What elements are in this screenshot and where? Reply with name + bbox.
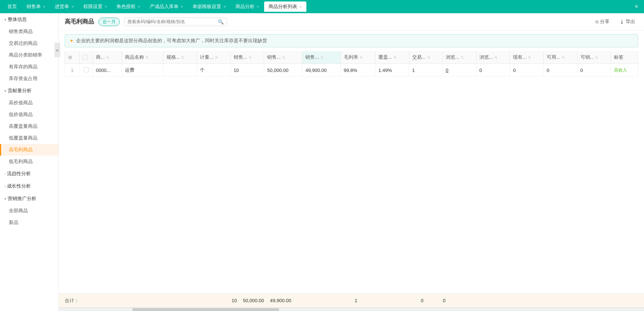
th-unit[interactable]: 计量... ⇅ xyxy=(197,51,231,64)
footer-sales-cost: 49,900.00 xyxy=(267,298,294,303)
nav-tab-permission-label: 权限设置 xyxy=(83,3,102,10)
nav-close-all-button[interactable]: × xyxy=(632,2,641,11)
info-icon: ✦ xyxy=(69,38,74,44)
table-container: ⚙ 商... ⇅ 商品名称 xyxy=(59,51,644,293)
nav-tab-role-label: 角色授权 xyxy=(116,3,136,10)
nav-tab-analysis[interactable]: 商品分析 × xyxy=(231,1,263,12)
nav-tab-permission[interactable]: 权限设置 × xyxy=(79,1,111,12)
nav-tab-template-close[interactable]: × xyxy=(223,4,226,9)
cell-index: 1 xyxy=(65,64,80,77)
cell-current-stock: 0 xyxy=(510,64,544,77)
th-coverage[interactable]: 覆盖... ⇅ xyxy=(375,51,409,64)
th-transactions[interactable]: 交易... ⇅ xyxy=(409,51,443,64)
nav-tab-permission-close[interactable]: × xyxy=(105,4,107,9)
sidebar-group-contribution-label: 贡献量分析 xyxy=(8,87,32,94)
sidebar-item-low-value[interactable]: 低价值商品 xyxy=(0,109,58,120)
sidebar-item-category-rate[interactable]: 商品分类助销率 xyxy=(0,49,58,61)
sidebar-group-marketing[interactable]: ▾ 营销推广分析 xyxy=(0,192,58,205)
footer-transactions: 1 xyxy=(338,298,360,303)
footer-label: 合计： xyxy=(65,297,83,304)
cell-gross-margin: 99.8% xyxy=(341,64,375,77)
row-checkbox[interactable] xyxy=(84,67,89,72)
settings-icon[interactable]: ⚙ xyxy=(68,55,72,60)
sidebar-item-low-margin[interactable]: 低毛利商品 xyxy=(0,156,58,167)
share-button[interactable]: ⎋ 分享 xyxy=(593,17,612,26)
th-sales-cost[interactable]: 销售... ⇅ xyxy=(302,51,341,64)
sidebar-item-sales-goods[interactable]: 销售类商品 xyxy=(0,26,58,37)
th-views1[interactable]: 浏览... ⇅ xyxy=(443,51,476,64)
th-settings[interactable]: ⚙ xyxy=(65,51,80,64)
search-input[interactable] xyxy=(127,19,216,24)
nav-tab-sales-label: 销售单 xyxy=(26,3,41,10)
sidebar-group-trend[interactable]: › 流趋性分析 xyxy=(0,167,58,180)
cell-sales-qty: 10 xyxy=(230,64,264,77)
nav-tab-home-label: 首页 xyxy=(7,3,17,10)
sidebar-group-overall[interactable]: ▾ 整体信息 xyxy=(0,13,58,26)
content-header: 高毛利商品 近一月 🔍 ⎋ 分享 ⤓ 导出 xyxy=(59,13,644,30)
nav-tab-role-close[interactable]: × xyxy=(138,4,140,9)
scroll-thumb[interactable] xyxy=(132,308,279,311)
th-sku[interactable]: 商... ⇅ xyxy=(93,51,122,64)
cell-available: 0 xyxy=(544,64,578,77)
sidebar-item-high-value[interactable]: 高价值商品 xyxy=(0,97,58,109)
th-sales-amount[interactable]: 销售... ⇅ xyxy=(264,51,302,64)
th-gross-margin[interactable]: 毛利率 ⇅ xyxy=(341,51,375,64)
th-sales-qty[interactable]: 销售... ⇅ xyxy=(230,51,264,64)
page-title: 高毛利商品 xyxy=(65,18,94,26)
th-current-stock[interactable]: 现有... ⇅ xyxy=(510,51,544,64)
th-available[interactable]: 可用... ⇅ xyxy=(544,51,578,64)
sidebar-item-in-stock[interactable]: 有库存的商品 xyxy=(0,61,58,73)
th-tag[interactable]: 标签 xyxy=(611,51,638,64)
sidebar-item-new-goods[interactable]: 新品 xyxy=(0,217,58,228)
sort-views2-icon: ⇅ xyxy=(494,55,497,59)
th-sellable[interactable]: 可销... ⇅ xyxy=(577,51,611,64)
cell-tag: 高收入 xyxy=(611,64,638,77)
sidebar-collapse-button[interactable]: « xyxy=(54,43,60,57)
sidebar-item-high-coverage[interactable]: 高覆盖量商品 xyxy=(0,120,58,132)
nav-tab-stock-in-close[interactable]: × xyxy=(181,4,183,9)
sort-sales-cost-icon: ⇅ xyxy=(320,55,323,59)
nav-tab-analysis-list-close[interactable]: × xyxy=(299,4,302,9)
table-header-row: ⚙ 商... ⇅ 商品名称 xyxy=(65,51,638,64)
time-filter-button[interactable]: 近一月 xyxy=(98,18,120,26)
search-box[interactable]: 🔍 xyxy=(124,18,227,26)
views1-link[interactable]: 0 xyxy=(446,68,448,73)
sidebar-item-all-goods[interactable]: 全部商品 xyxy=(0,205,58,217)
horizontal-scrollbar[interactable] xyxy=(59,307,644,311)
sort-sales-qty-icon: ⇅ xyxy=(249,55,252,59)
th-name[interactable]: 商品名称 ⇅ xyxy=(122,51,163,64)
export-button[interactable]: ⤓ 导出 xyxy=(617,17,638,26)
share-icon: ⎋ xyxy=(596,19,598,25)
sidebar-item-stock-capital[interactable]: 库存资金占用 xyxy=(0,73,58,84)
sidebar-item-low-coverage[interactable]: 低覆盖量商品 xyxy=(0,132,58,144)
cell-checkbox[interactable] xyxy=(80,64,93,77)
sidebar-group-growth[interactable]: › 成长性分析 xyxy=(0,180,58,192)
nav-tab-role[interactable]: 角色授权 × xyxy=(112,1,144,12)
nav-tab-template[interactable]: 单据模板设置 × xyxy=(188,1,230,12)
sort-sellable-icon: ⇅ xyxy=(595,55,598,59)
nav-tab-analysis-list[interactable]: 商品分析列表 × xyxy=(264,1,306,12)
nav-tab-stock-in[interactable]: 产成品入库单 × xyxy=(145,1,187,12)
th-spec[interactable]: 规格... ⇅ xyxy=(163,51,197,64)
nav-tab-analysis-list-label: 商品分析列表 xyxy=(269,3,297,10)
contribution-arrow-icon: ▾ xyxy=(4,89,6,93)
nav-tab-sales-close[interactable]: × xyxy=(43,4,45,9)
sort-unit-icon: ⇅ xyxy=(215,55,218,59)
sidebar-group-contribution[interactable]: ▾ 贡献量分析 xyxy=(0,84,58,97)
cell-name: 运费 xyxy=(122,64,163,77)
cell-views1[interactable]: 0 xyxy=(443,64,476,77)
nav-tab-purchase[interactable]: 进货单 × xyxy=(50,1,78,12)
sidebar-item-high-margin[interactable]: 高毛利商品 xyxy=(0,144,58,156)
header-checkbox[interactable] xyxy=(83,55,88,60)
sidebar-item-traded-goods[interactable]: 交易过的商品 xyxy=(0,37,58,49)
sort-views1-icon: ⇅ xyxy=(461,55,464,59)
nav-tab-home[interactable]: 首页 xyxy=(3,1,21,12)
nav-tab-sales[interactable]: 销售单 × xyxy=(22,1,50,12)
cell-transactions: 1 xyxy=(409,64,443,77)
export-icon: ⤓ xyxy=(620,19,624,25)
nav-tab-purchase-close[interactable]: × xyxy=(71,4,73,9)
th-views2[interactable]: 浏览... ⇅ xyxy=(476,51,510,64)
sidebar-group-marketing-label: 营销推广分析 xyxy=(8,195,36,202)
nav-tab-analysis-close[interactable]: × xyxy=(257,4,259,9)
search-icon[interactable]: 🔍 xyxy=(218,19,224,25)
